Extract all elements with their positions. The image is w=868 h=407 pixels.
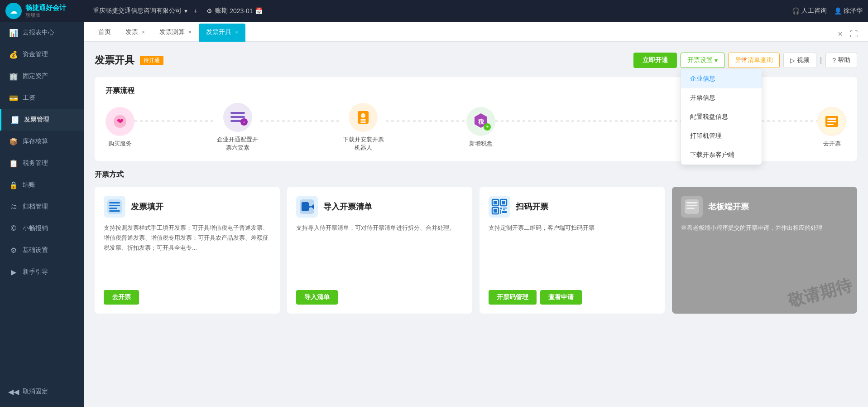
tab-invoice-calc[interactable]: 发票测算 × bbox=[152, 24, 199, 42]
view-apply-button[interactable]: 查看申请 bbox=[540, 290, 582, 305]
content-area: 首页 发票 × 发票测算 × 发票开具 × × ⛶ bbox=[84, 22, 868, 407]
svg-rect-46 bbox=[686, 208, 695, 209]
flow-step-5[interactable]: 去开票 bbox=[817, 107, 846, 148]
flow-step-2[interactable]: + 企业开通配置开票六要素 bbox=[215, 103, 260, 152]
settings-dropdown-menu: → 企业信息 开票信息 配置税盘信息 打印机管理 下载开票客户端 bbox=[681, 69, 762, 165]
step2-icon: + bbox=[223, 103, 252, 132]
svg-rect-38 bbox=[500, 208, 502, 209]
svg-rect-45 bbox=[686, 205, 697, 206]
card-import-title: 导入开票清单 bbox=[323, 201, 372, 212]
play-icon: ▷ bbox=[790, 57, 795, 64]
tab-invoice-issue-close[interactable]: × bbox=[235, 29, 238, 35]
page-content: 发票开具 待开通 立即开通 开票设置 ▾ → 企业信息 bbox=[84, 42, 868, 407]
svg-rect-42 bbox=[502, 211, 507, 213]
flow-step-3[interactable]: 下载并安装开票机器人 bbox=[340, 103, 386, 152]
tab-home[interactable]: 首页 bbox=[91, 24, 118, 42]
dropdown-item-download[interactable]: 下载开票客户端 bbox=[681, 145, 762, 165]
card-boss-icon bbox=[681, 196, 703, 218]
user-service-button[interactable]: 🎧 人工咨询 bbox=[792, 7, 827, 15]
tab-bar-right: × ⛶ bbox=[835, 28, 861, 41]
step5-label: 去开票 bbox=[823, 140, 841, 148]
period-value[interactable]: 2023-01 bbox=[230, 7, 253, 15]
card-scan-actions: 开票码管理 查看申请 bbox=[489, 290, 582, 305]
chevron-down-icon: ▾ bbox=[184, 7, 187, 15]
abnormal-button[interactable]: 异常清单查询 bbox=[728, 53, 780, 68]
card-scan-header: 扫码开票 bbox=[489, 196, 656, 218]
page-actions: 立即开通 开票设置 ▾ → 企业信息 开票信息 配置税盘信息 bbox=[633, 53, 857, 68]
dropdown-item-printer[interactable]: 打印机管理 bbox=[681, 126, 762, 145]
sidebar-item-guide[interactable]: ▶ 新手引导 bbox=[0, 261, 84, 283]
sidebar-item-funds[interactable]: 💰 资金管理 bbox=[0, 44, 84, 65]
sidebar-item-settings[interactable]: ⚙ 基础设置 bbox=[0, 239, 84, 261]
card-import-desc: 支持导入待开票清单，可对待开票清单进行拆分、合并处理。 bbox=[296, 223, 463, 233]
connector-3 bbox=[386, 121, 466, 121]
boss-watermark: 敬请期待 bbox=[786, 274, 854, 313]
sidebar-item-assets[interactable]: 🏢 固定资产 bbox=[0, 65, 84, 87]
sidebar-item-reports[interactable]: 📊 云报表中心 bbox=[0, 22, 84, 44]
video-button[interactable]: ▷ 视频 bbox=[783, 53, 816, 68]
archive-icon: 🗂 bbox=[9, 202, 18, 211]
settings-button[interactable]: 开票设置 ▾ bbox=[681, 53, 724, 68]
card-fill-actions: 去开票 bbox=[104, 290, 139, 305]
card-import-actions: 导入清单 bbox=[296, 290, 338, 305]
tab-invoice-calc-close[interactable]: × bbox=[188, 29, 192, 35]
go-invoice-button[interactable]: 去开票 bbox=[104, 290, 139, 305]
red-arrow: → bbox=[738, 53, 748, 65]
tab-close-all[interactable]: × bbox=[835, 28, 845, 41]
sidebar-item-inventory[interactable]: 📦 库存核算 bbox=[0, 131, 84, 152]
tab-invoice-close[interactable]: × bbox=[142, 29, 145, 35]
card-boss-title: 老板端开票 bbox=[708, 201, 749, 212]
help-button[interactable]: ? 帮助 bbox=[825, 53, 857, 68]
connector-4 bbox=[495, 121, 817, 121]
svg-rect-37 bbox=[494, 209, 497, 213]
logo-area: ☁ 畅捷通好会计 旗舰版 bbox=[5, 3, 89, 19]
connector-2 bbox=[260, 121, 341, 121]
sidebar-item-label: 库存核算 bbox=[23, 137, 48, 145]
tab-invoice-issue[interactable]: 发票开具 × bbox=[199, 24, 245, 42]
calendar-icon[interactable]: 📅 bbox=[255, 7, 263, 15]
tab-home-label: 首页 bbox=[98, 28, 111, 36]
tab-invoice[interactable]: 发票 × bbox=[118, 24, 152, 42]
dropdown-item-company[interactable]: 企业信息 bbox=[681, 69, 762, 88]
settings-button[interactable]: ⚙ bbox=[204, 5, 215, 16]
sidebar-item-expense[interactable]: © 小畅报销 bbox=[0, 218, 84, 239]
sidebar-item-settle[interactable]: 🔒 结账 bbox=[0, 174, 84, 196]
card-import-header: 导入开票清单 bbox=[296, 196, 463, 218]
card-import-icon bbox=[296, 196, 318, 218]
sidebar-item-label: 发票管理 bbox=[24, 116, 49, 124]
sidebar-unpin-label: 取消固定 bbox=[23, 388, 48, 396]
svg-rect-24 bbox=[109, 202, 120, 204]
import-list-button[interactable]: 导入清单 bbox=[296, 290, 338, 305]
top-bar: ☁ 畅捷通好会计 旗舰版 重庆畅捷交通信息咨询有限公司 ▾ + ⚙ 账期 202… bbox=[0, 0, 868, 22]
user-avatar[interactable]: 👤 徐泽华 bbox=[834, 7, 863, 15]
svg-rect-25 bbox=[109, 205, 120, 206]
flow-step-1[interactable]: ❤ 购买服务 bbox=[106, 107, 134, 148]
sidebar-item-invoice[interactable]: 🧾 发票管理 bbox=[0, 109, 84, 131]
svg-point-10 bbox=[361, 113, 365, 118]
step2-label: 企业开通配置开票六要素 bbox=[215, 136, 260, 152]
connector-1 bbox=[134, 121, 215, 121]
sidebar-item-tax[interactable]: 📋 税务管理 bbox=[0, 152, 84, 174]
company-selector[interactable]: 重庆畅捷交通信息咨询有限公司 ▾ bbox=[89, 5, 191, 17]
qr-manage-button[interactable]: 开票码管理 bbox=[489, 290, 537, 305]
sidebar-item-salary[interactable]: 💳 工资 bbox=[0, 87, 84, 109]
methods-grid: 发票填开 支持按照发票样式手工填开发票；可开具增值税电子普通发票、增值税普通发票… bbox=[95, 187, 857, 314]
add-button[interactable]: + bbox=[191, 5, 200, 16]
step3-icon bbox=[349, 103, 378, 132]
dropdown-item-tax-config[interactable]: 配置税盘信息 bbox=[681, 107, 762, 126]
sidebar-item-label: 云报表中心 bbox=[23, 29, 54, 37]
sidebar-item-unpin[interactable]: ◀◀ 取消固定 bbox=[0, 381, 84, 402]
sidebar-item-label: 资金管理 bbox=[23, 50, 48, 58]
top-nav-actions: + ⚙ bbox=[191, 5, 215, 16]
methods-section: 开票方式 bbox=[95, 170, 857, 314]
main-layout: 📊 云报表中心 💰 资金管理 🏢 固定资产 💳 工资 🧾 发票管理 📦 bbox=[0, 22, 868, 407]
flow-step-4[interactable]: 税 + 新增税盘 bbox=[466, 107, 495, 148]
tax-icon: 📋 bbox=[9, 159, 18, 168]
tab-maximize[interactable]: ⛶ bbox=[847, 28, 861, 41]
activate-button[interactable]: 立即开通 bbox=[633, 53, 677, 68]
expense-icon: © bbox=[9, 224, 18, 233]
dropdown-item-invoice-info[interactable]: 开票信息 bbox=[681, 88, 762, 107]
period-label: 账期 bbox=[215, 7, 228, 15]
sidebar-item-archive[interactable]: 🗂 归档管理 bbox=[0, 196, 84, 218]
logo-icon: ☁ bbox=[5, 3, 22, 19]
